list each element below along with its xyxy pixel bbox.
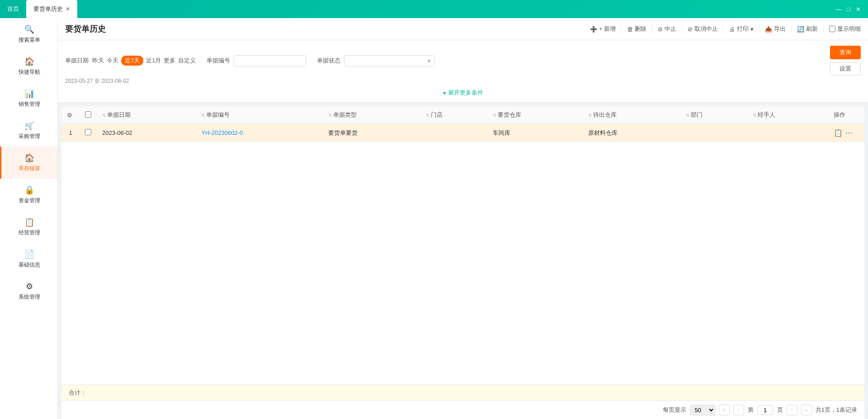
main-content: ⚙ 单据日期 单据编号 单据类型 门店 要货仓库 待出仓库	[58, 106, 868, 419]
date-filter-label: 单据日期	[65, 57, 89, 65]
page-label-prefix: 第	[748, 406, 754, 414]
status-select[interactable]	[344, 55, 434, 67]
next-page-btn[interactable]: ›	[787, 405, 797, 415]
col-store[interactable]: 门店	[420, 106, 487, 124]
row-checkbox[interactable]	[85, 129, 91, 135]
col-handler[interactable]: 经手人	[747, 106, 828, 124]
new-label: + 新增	[599, 25, 616, 33]
sidebar: 🔍 搜索菜单 🏠 快捷导航 📊 销售管理 🛒 采购管理 🏠 库存核算 🔒 资金管…	[0, 18, 58, 419]
first-page-btn[interactable]: «	[719, 405, 730, 415]
stop-button[interactable]: ⊘ 中止	[658, 25, 676, 33]
col-checkbox	[80, 106, 97, 124]
query-button[interactable]: 查询	[830, 46, 861, 59]
last-page-btn[interactable]: »	[801, 405, 812, 415]
close-icon[interactable]: ✕	[856, 6, 861, 13]
col-doc-type[interactable]: 单据类型	[323, 106, 420, 124]
shortcut-today[interactable]: 今天	[107, 57, 118, 65]
table-header-row: ⚙ 单据日期 单据编号 单据类型 门店 要货仓库 待出仓库	[61, 106, 864, 124]
page-size-select[interactable]: 10 20 50 100	[690, 405, 715, 415]
doc-no-link[interactable]: YH-20230602-0	[201, 129, 243, 136]
sidebar-item-search-menu[interactable]: 🔍 搜索菜单	[0, 18, 57, 50]
divider3	[682, 25, 682, 33]
row-more-icon[interactable]: ⋯	[845, 129, 853, 137]
row-req-warehouse: 车间库	[487, 124, 583, 142]
sidebar-item-quick-nav[interactable]: 🏠 快捷导航	[0, 50, 57, 82]
sidebar-item-quicknav-label: 快捷导航	[19, 68, 40, 76]
system-icon: ⚙	[26, 281, 33, 291]
shortcut-yesterday[interactable]: 昨天	[92, 57, 104, 65]
main-layout: 🔍 搜索菜单 🏠 快捷导航 📊 销售管理 🛒 采购管理 🏠 库存核算 🔒 资金管…	[0, 18, 868, 419]
display-detail-checkbox[interactable]	[829, 26, 835, 32]
divider5	[759, 25, 760, 33]
row-doc-type: 要货单要货	[323, 124, 420, 142]
shortcut-last1month[interactable]: 近1月	[146, 57, 161, 65]
search-menu-icon: 🔍	[24, 24, 34, 34]
col-department[interactable]: 部门	[680, 106, 747, 124]
col-settings[interactable]: ⚙	[61, 106, 80, 124]
content-area: 要货单历史 ➕ + 新增 🗑 删除 ⊘ 中止 ⊘	[58, 18, 868, 419]
new-button[interactable]: ➕ + 新增	[590, 25, 616, 33]
display-detail-toggle[interactable]: 显示明细	[829, 25, 861, 33]
shortcut-last7days[interactable]: 近7天	[121, 56, 143, 66]
table-body: 1 2023-06-02 YH-20230602-0 要货单要货	[61, 124, 864, 142]
row-edit-icon[interactable]: 📋	[834, 129, 843, 137]
row-action-buttons: 📋 ⋯	[834, 129, 859, 137]
cancel-stop-icon: ⊘	[688, 26, 693, 33]
maximize-icon[interactable]: □	[847, 6, 850, 13]
delete-icon: 🗑	[627, 26, 633, 33]
date-range-display: 2023-05-27 至 2023-06-02	[65, 77, 129, 85]
sidebar-item-sales-label: 销售管理	[19, 100, 40, 108]
tab-list: 首页 要货单历史 ✕	[0, 0, 835, 18]
sidebar-item-finance[interactable]: 🔒 资金管理	[0, 179, 57, 211]
docno-input[interactable]	[234, 55, 306, 67]
cancel-stop-button[interactable]: ⊘ 取消中止	[688, 25, 718, 33]
tab-home[interactable]: 首页	[0, 0, 26, 18]
settings-button[interactable]: 设置	[830, 62, 861, 76]
stop-label: 中止	[665, 25, 676, 33]
sidebar-item-basicinfo-label: 基础信息	[19, 261, 40, 269]
sidebar-item-purchase[interactable]: 🛒 采购管理	[0, 114, 57, 147]
print-button[interactable]: 🖨 打印 ▾	[729, 25, 754, 33]
col-doc-no[interactable]: 单据编号	[196, 106, 323, 124]
export-icon: 📤	[765, 26, 772, 33]
operations-icon: 📋	[24, 217, 34, 227]
date-filter-group: 单据日期 昨天 今天 近7天 近1月 更多 自定义	[65, 56, 196, 66]
page-header: 要货单历史 ➕ + 新增 🗑 删除 ⊘ 中止 ⊘	[58, 18, 868, 40]
shortcut-more[interactable]: 更多	[164, 57, 175, 65]
print-label: 打印	[737, 25, 749, 33]
delete-button[interactable]: 🗑 删除	[627, 25, 646, 33]
settings-gear-icon[interactable]: ⚙	[67, 112, 72, 119]
sales-icon: 📊	[24, 89, 34, 99]
sidebar-item-operations-label: 经营管理	[19, 229, 40, 237]
total-info: 共1页，1条记录	[816, 406, 857, 414]
sidebar-item-system[interactable]: ⚙ 系统管理	[0, 275, 57, 307]
sidebar-item-operations[interactable]: 📋 经营管理	[0, 211, 57, 243]
export-button[interactable]: 📤 导出	[765, 25, 786, 33]
row-department	[680, 124, 747, 142]
col-doc-date[interactable]: 单据日期	[97, 106, 196, 124]
prev-page-btn[interactable]: ‹	[733, 405, 744, 415]
refresh-icon: 🔄	[797, 26, 804, 33]
sidebar-item-basic-info[interactable]: 📄 基础信息	[0, 243, 57, 275]
sidebar-item-inventory[interactable]: 🏠 库存核算	[0, 147, 57, 179]
table-container[interactable]: ⚙ 单据日期 单据编号 单据类型 门店 要货仓库 待出仓库	[61, 106, 864, 385]
filter-area: 单据日期 昨天 今天 近7天 近1月 更多 自定义 单据编号 单据状态	[58, 40, 868, 103]
minimize-icon[interactable]: —	[835, 6, 841, 13]
shortcut-custom[interactable]: 自定义	[178, 57, 196, 65]
refresh-button[interactable]: 🔄 刷新	[797, 25, 818, 33]
tab-home-label: 首页	[7, 5, 19, 13]
export-label: 导出	[774, 25, 786, 33]
sidebar-item-sales[interactable]: 📊 销售管理	[0, 82, 57, 114]
col-pending-warehouse[interactable]: 待出仓库	[583, 106, 680, 124]
status-label: 单据状态	[317, 57, 340, 65]
divider2	[652, 25, 652, 33]
tab-requisition-history[interactable]: 要货单历史 ✕	[26, 0, 77, 18]
expand-more-btn[interactable]: ▾ 展开更多条件	[65, 85, 861, 97]
select-all-checkbox[interactable]	[85, 111, 91, 118]
docno-label: 单据编号	[207, 57, 230, 65]
page-number-input[interactable]	[757, 405, 774, 415]
row-doc-date: 2023-06-02	[97, 124, 196, 142]
col-req-warehouse[interactable]: 要货仓库	[487, 106, 583, 124]
filter-actions: 查询 设置	[830, 46, 861, 76]
tab-close-icon[interactable]: ✕	[66, 6, 70, 12]
